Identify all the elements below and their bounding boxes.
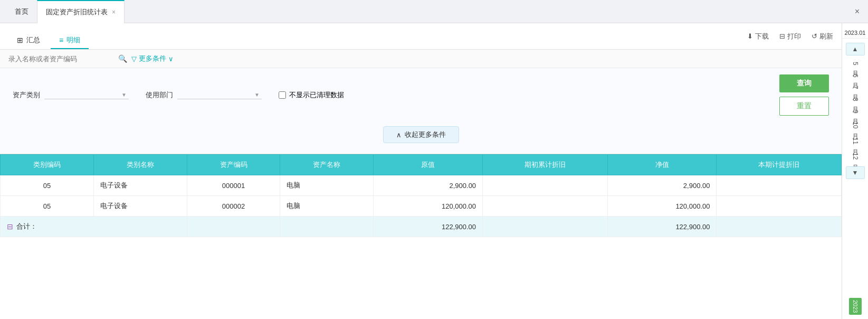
tab-summary-label: 汇总	[26, 35, 40, 45]
department-label: 使用部门	[146, 90, 173, 100]
sub-tab-bar: ⊞ 汇总 ≡ 明细 ⬇ 下载 ⊟ 打印 ↺ 刷新	[0, 23, 842, 50]
row2-original-value: 120,000.00	[374, 196, 483, 217]
filter-row: 资产类别 ▼ 使用部门 ▼ 不显示已清理数据	[13, 74, 829, 116]
tab-bar: 首页 固定资产折旧统计表 × ×	[0, 0, 868, 23]
total-original-value: 122,900.00	[374, 217, 483, 237]
refresh-icon: ↺	[812, 32, 817, 40]
download-icon: ⬇	[747, 32, 753, 40]
filter-asset-category: 资产类别 ▼	[13, 90, 129, 100]
col-accumulated-depreciation: 期初累计折旧	[483, 155, 608, 175]
row1-net-value: 2,900.00	[607, 175, 717, 196]
row1-original-value: 2,900.00	[374, 175, 483, 196]
summary-icon: ⊞	[17, 36, 23, 44]
row2-asset-code: 000002	[187, 196, 280, 217]
window-close-icon[interactable]: ×	[855, 7, 860, 16]
month-nav-9[interactable]: 9月	[848, 106, 862, 118]
month-nav-6[interactable]: 6月	[848, 70, 862, 82]
print-button[interactable]: ⊟ 打印	[779, 32, 801, 41]
col-category-name: 类别名称	[93, 155, 187, 175]
search-input[interactable]	[8, 55, 114, 63]
row2-category-name: 电子设备	[93, 196, 187, 217]
total-label-text: 合计：	[16, 222, 37, 231]
tab-detail[interactable]: ≡ 明细	[51, 32, 89, 49]
col-asset-name: 资产名称	[280, 155, 374, 175]
asset-category-arrow-icon: ▼	[121, 92, 127, 98]
tab-home[interactable]: 首页	[6, 0, 37, 23]
download-button[interactable]: ⬇ 下载	[747, 32, 769, 41]
col-net-value: 净值	[607, 155, 717, 175]
total-net-value: 122,900.00	[607, 217, 717, 237]
total-accumulated-depreciation	[483, 217, 608, 237]
main-content: ⊞ 汇总 ≡ 明细 ⬇ 下载 ⊟ 打印 ↺ 刷新	[0, 23, 868, 319]
more-conditions-button[interactable]: ▽ 更多条件 ∨	[131, 54, 174, 63]
month-nav-8[interactable]: 8月	[848, 93, 862, 106]
month-nav-10[interactable]: 10月	[848, 117, 862, 133]
collapse-label: 收起更多条件	[405, 130, 446, 139]
download-label: 下载	[755, 32, 769, 41]
left-panel: ⊞ 汇总 ≡ 明细 ⬇ 下载 ⊟ 打印 ↺ 刷新	[0, 23, 842, 319]
tab-summary[interactable]: ⊞ 汇总	[8, 32, 49, 49]
year-badge[interactable]: 2023	[849, 298, 862, 315]
collapse-button[interactable]: ∧ 收起更多条件	[383, 126, 459, 143]
search-icon[interactable]: 🔍	[118, 54, 127, 63]
row2-current-depreciation	[717, 196, 842, 217]
month-nav-5[interactable]: 5月	[848, 58, 862, 70]
asset-category-select[interactable]: ▼	[44, 91, 129, 99]
query-button[interactable]: 查询	[779, 74, 829, 92]
row1-asset-code: 000001	[187, 175, 280, 196]
row1-accumulated-depreciation	[483, 175, 608, 196]
row2-category-code: 05	[1, 196, 94, 217]
scroll-down-button[interactable]: ▼	[846, 166, 865, 179]
no-cleared-label: 不显示已清理数据	[289, 90, 344, 100]
table-row: 05 电子设备 000001 电脑 2,900.00 2,900.00	[1, 175, 842, 196]
asset-category-label: 资产类别	[13, 90, 40, 100]
refresh-label: 刷新	[819, 32, 833, 41]
row2-asset-name: 电脑	[280, 196, 374, 217]
no-cleared-checkbox-item: 不显示已清理数据	[279, 90, 344, 100]
filter-icon: ▽	[131, 55, 137, 63]
tab-active-label: 固定资产折旧统计表	[46, 1, 108, 24]
total-current-depreciation	[717, 217, 842, 237]
month-nav-7[interactable]: 7月	[848, 81, 862, 93]
col-current-depreciation: 本期计提折旧	[717, 155, 842, 175]
filter-department: 使用部门 ▼	[146, 90, 262, 100]
row1-category-name: 电子设备	[93, 175, 187, 196]
chevron-down-icon: ∨	[168, 55, 174, 63]
tab-active[interactable]: 固定资产折旧统计表 ×	[37, 0, 125, 23]
reset-button[interactable]: 重置	[779, 97, 829, 116]
table-container: 类别编码 类别名称 资产编码 资产名称 原值 期初累计折旧 净值 本期计提折旧 …	[0, 154, 842, 319]
month-nav-11[interactable]: 11月	[848, 133, 862, 148]
col-asset-code: 资产编码	[187, 155, 280, 175]
total-asset-code	[187, 217, 280, 237]
date-display: 2023.01	[842, 27, 868, 39]
detail-icon: ≡	[59, 36, 63, 44]
refresh-button[interactable]: ↺ 刷新	[812, 32, 833, 41]
more-conditions-label: 更多条件	[139, 54, 166, 63]
table-row: 05 电子设备 000002 电脑 120,000.00 120,000.00	[1, 196, 842, 217]
table-header-row: 类别编码 类别名称 资产编码 资产名称 原值 期初累计折旧 净值 本期计提折旧	[1, 155, 842, 175]
month-nav-12[interactable]: 12月	[848, 148, 862, 164]
right-sidebar: 2023.01 ▲ 5月 6月 7月 8月 9月 10月 11月 12月 ▼ 2…	[842, 23, 868, 319]
department-arrow-icon: ▼	[254, 92, 260, 98]
total-row: ⊟ 合计： 122,900.00 122,900.00	[1, 217, 842, 237]
collapse-icon: ∧	[396, 131, 402, 139]
total-label-cell: ⊟ 合计：	[1, 217, 187, 237]
total-label: ⊟ 合计：	[7, 222, 180, 231]
no-cleared-checkbox[interactable]	[279, 91, 286, 99]
row1-category-code: 05	[1, 175, 94, 196]
total-icon: ⊟	[7, 222, 13, 231]
col-category-code: 类别编码	[1, 155, 94, 175]
scroll-up-button[interactable]: ▲	[846, 43, 865, 55]
toolbar-right: ⬇ 下载 ⊟ 打印 ↺ 刷新	[747, 32, 833, 41]
data-table: 类别编码 类别名称 资产编码 资产名称 原值 期初累计折旧 净值 本期计提折旧 …	[0, 154, 842, 237]
row1-asset-name: 电脑	[280, 175, 374, 196]
print-label: 打印	[787, 32, 801, 41]
col-original-value: 原值	[374, 155, 483, 175]
row1-current-depreciation	[717, 175, 842, 196]
tab-detail-label: 明细	[66, 35, 80, 45]
tab-close-icon[interactable]: ×	[112, 1, 116, 24]
right-panel-scroll: ▲ 5月 6月 7月 8月 9月 10月 11月 12月 ▼ 2023	[844, 41, 867, 315]
department-select[interactable]: ▼	[177, 91, 262, 99]
print-icon: ⊟	[779, 32, 785, 40]
filter-buttons: 查询 重置	[779, 74, 829, 116]
